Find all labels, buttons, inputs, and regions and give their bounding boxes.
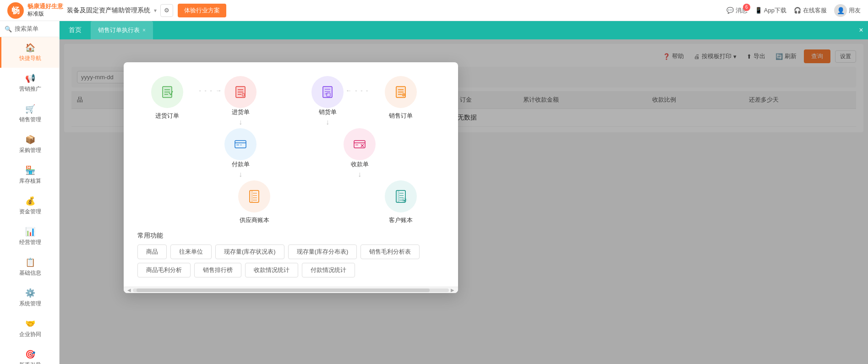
- flow-diagram: 进货订单 - - - →: [137, 76, 444, 224]
- arrow-sales-order-to-bill-icon: ← - - -: [346, 87, 369, 94]
- common-func-button[interactable]: 商品: [137, 244, 167, 259]
- flow-node-customer-ledger[interactable]: 客户账本: [371, 180, 431, 224]
- purchase-order-icon: [151, 76, 183, 108]
- common-func-section: 常用功能 商品往来单位现存量(库存状况表)现存量(库存分布表)销售毛利分析表商品…: [137, 232, 444, 277]
- search-icon: 🔍: [5, 26, 12, 33]
- common-func-title: 常用功能: [137, 232, 444, 240]
- svg-rect-30: [355, 144, 358, 146]
- common-func-button[interactable]: 往来单位: [170, 244, 212, 259]
- sidebar-icon-purchase: 📦: [25, 135, 35, 145]
- common-func-button[interactable]: 销售毛利分析表: [360, 244, 420, 259]
- sidebar-label-marketing: 营销推广: [19, 85, 41, 93]
- sidebar-icon-inventory: 🏪: [25, 165, 35, 175]
- sidebar-label-guide: 新手引导: [19, 361, 41, 364]
- sidebar-item-basic[interactable]: 📋 基础信息: [0, 252, 59, 283]
- sidebar-item-quick[interactable]: 🏠 快捷导航: [0, 37, 59, 68]
- modal-overlay: 进货订单 - - - →: [60, 39, 868, 364]
- arrow-purchase-order-to-bill-icon: - - - →: [199, 87, 223, 94]
- common-func-button[interactable]: 现存量(库存分布表): [288, 244, 357, 259]
- arrow-receipt-down-icon: ↓: [358, 170, 361, 179]
- svg-rect-26: [236, 144, 239, 146]
- message-button[interactable]: 💬 消息 6: [726, 6, 748, 15]
- app-download-button[interactable]: 📱 App下载: [755, 6, 786, 15]
- message-badge: 6: [743, 4, 750, 11]
- common-func-button[interactable]: 现存量(库存状况表): [215, 244, 284, 259]
- sidebar: 🔍 搜索菜单 🏠 快捷导航 📢 营销推广 🛒 销售管理 📦 采购管理 🏪 库存核…: [0, 21, 60, 364]
- scroll-right-icon[interactable]: ▶: [449, 288, 456, 293]
- svg-point-45: [402, 198, 407, 202]
- sidebar-label-basic: 基础信息: [19, 269, 41, 277]
- sidebar-label-purchase: 采购管理: [19, 147, 41, 154]
- sidebar-item-collab[interactable]: 🤝 企业协同: [0, 313, 59, 344]
- trial-button[interactable]: 体验行业方案: [178, 4, 226, 17]
- close-all-tabs-button[interactable]: ×: [854, 21, 868, 39]
- sidebar-icon-basic: 📋: [25, 257, 35, 267]
- tab-sales-execution[interactable]: 销售订单执行表 ×: [91, 21, 153, 39]
- common-func-button[interactable]: 商品毛利分析: [137, 263, 191, 277]
- common-func-button[interactable]: 付款情况统计: [302, 263, 355, 277]
- sidebar-item-sales[interactable]: 🛒 销售管理: [0, 98, 59, 129]
- sidebar-icon-finance: 💰: [25, 196, 35, 206]
- sidebar-label-system: 系统管理: [19, 300, 41, 308]
- sidebar-icon-guide: 🎯: [25, 349, 35, 359]
- arrow-purchase-bill-down-icon: ↓: [239, 118, 242, 126]
- top-right-area: 💬 消息 6 📱 App下载 🎧 在线客服 👤 用友: [726, 4, 861, 17]
- svg-rect-10: [323, 87, 332, 98]
- common-func-button[interactable]: 收款情况统计: [245, 263, 298, 277]
- sidebar-icon-sales: 🛒: [25, 104, 35, 114]
- arrow-sales-bill-down-icon: ↓: [326, 118, 329, 126]
- sidebar-search[interactable]: 🔍 搜索菜单: [0, 21, 59, 37]
- service-icon: 🎧: [794, 7, 801, 14]
- logo-area: 畅 畅康通好生意 标准版: [7, 2, 67, 19]
- common-func-button[interactable]: 销售排行榜: [194, 263, 241, 277]
- flow-node-payment[interactable]: 付款单 ↓: [224, 128, 257, 180]
- tab-home[interactable]: 首页: [60, 21, 91, 39]
- flow-node-sales-order[interactable]: 销售订单: [371, 76, 431, 120]
- scrollbar-track: [133, 288, 449, 292]
- modal-box: 进货订单 - - - →: [124, 62, 458, 293]
- scroll-left-icon[interactable]: ◀: [126, 288, 133, 293]
- flow-node-sales-bill[interactable]: 销货单 ↓: [311, 76, 344, 128]
- service-button[interactable]: 🎧 在线客服: [794, 6, 827, 15]
- sidebar-label-finance: 资金管理: [19, 208, 41, 216]
- flow-node-purchase-order[interactable]: 进货订单: [137, 76, 197, 120]
- svg-rect-40: [398, 190, 399, 202]
- sidebar-icon-collab: 🤝: [25, 319, 35, 329]
- app-icon: 📱: [755, 7, 762, 14]
- avatar: 👤: [834, 4, 847, 17]
- tab-close-icon[interactable]: ×: [142, 27, 146, 33]
- flow-node-receipt[interactable]: 收款单 ↓: [344, 128, 376, 180]
- dropdown-arrow-icon[interactable]: ▾: [154, 7, 157, 14]
- message-icon: 💬: [726, 7, 734, 14]
- sidebar-item-finance[interactable]: 💰 资金管理: [0, 190, 59, 221]
- modal-content: 进货订单 - - - →: [124, 62, 458, 287]
- sidebar-label-inventory: 库存核算: [19, 177, 41, 185]
- sidebar-icon-system: ⚙️: [25, 288, 35, 298]
- sidebar-icon-quick: 🏠: [25, 43, 35, 53]
- scrollbar[interactable]: ◀ ▶: [124, 287, 458, 293]
- settings-button[interactable]: ⚙: [160, 4, 173, 17]
- arrow-payment-down-icon: ↓: [239, 170, 242, 179]
- func-buttons: 商品往来单位现存量(库存状况表)现存量(库存分布表)销售毛利分析表商品毛利分析销…: [137, 244, 444, 277]
- scrollbar-thumb[interactable]: [136, 288, 430, 292]
- sidebar-item-inventory[interactable]: 🏪 库存核算: [0, 160, 59, 190]
- sidebar-label-sales: 销售管理: [19, 116, 41, 124]
- system-title: 装备及固定资产辅助管理系统 ▾: [67, 6, 157, 15]
- sidebar-label-operation: 经营管理: [19, 239, 41, 246]
- content-body: ❓ 帮助 🖨 按模板打印 ▾ ⬆ 导出: [60, 39, 868, 364]
- user-menu[interactable]: 👤 用友: [834, 4, 861, 17]
- flow-node-supplier-ledger[interactable]: 供应商账本: [224, 180, 284, 224]
- flow-node-purchase-bill[interactable]: 进货单 ↓: [224, 76, 257, 128]
- sidebar-item-guide[interactable]: 🎯 新手引导: [0, 344, 59, 364]
- tab-bar: 首页 销售订单执行表 × ×: [60, 21, 868, 39]
- sidebar-label-quick: 快捷导航: [19, 54, 41, 62]
- content-area: 首页 销售订单执行表 × × ❓ 帮助: [60, 21, 868, 364]
- sidebar-label-collab: 企业协同: [19, 331, 41, 338]
- sidebar-item-operation[interactable]: 📊 经营管理: [0, 221, 59, 252]
- logo-text: 畅康通好生意 标准版: [27, 3, 63, 17]
- sidebar-item-marketing[interactable]: 📢 营销推广: [0, 68, 59, 98]
- sidebar-item-system[interactable]: ⚙️ 系统管理: [0, 283, 59, 313]
- svg-rect-34: [251, 190, 253, 202]
- logo-icon: 畅: [7, 2, 24, 19]
- sidebar-item-purchase[interactable]: 📦 采购管理: [0, 129, 59, 160]
